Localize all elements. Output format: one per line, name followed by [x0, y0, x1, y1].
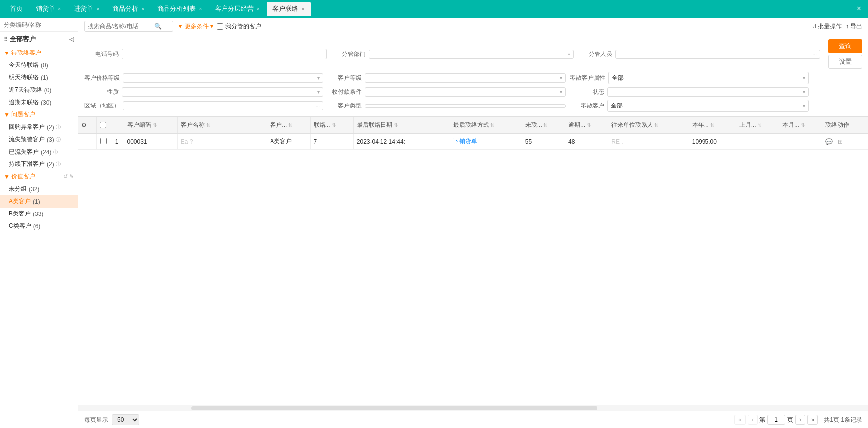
main-search-icon[interactable]: 🔍 [154, 23, 162, 30]
sidebar-group-value[interactable]: ▼ 价值客户 ↺ ✎ [0, 170, 78, 183]
nav-tab-customer-mgmt[interactable]: 客户分层经营 × [209, 2, 266, 16]
customer-tier-select[interactable]: ▾ [365, 73, 566, 83]
close-all-button[interactable]: × [854, 3, 864, 14]
sidebar-search-input[interactable] [4, 21, 78, 28]
my-customers-checkbox[interactable]: 我分管的客户 [217, 22, 261, 31]
last-page-btn[interactable]: » [807, 415, 818, 425]
col-this-month-header[interactable]: 本月... ⇅ [779, 117, 822, 134]
customer-mgmt-tab-close[interactable]: × [257, 6, 260, 12]
nav-tab-analysis[interactable]: 商品分析 × [107, 2, 150, 16]
col-last-date-header[interactable]: 最后联络日期 ⇅ [353, 117, 450, 134]
manager-select[interactable]: ··· [615, 50, 820, 59]
first-page-btn[interactable]: « [734, 415, 746, 425]
per-page-select[interactable]: 50 100 200 [112, 414, 139, 425]
dept-select[interactable]: ▾ [369, 50, 574, 59]
sidebar-item-7days[interactable]: 近7天待联络 (0) [0, 84, 78, 96]
sidebar-item-overdue[interactable]: 逾期未联络 (30) [0, 96, 78, 108]
purchase-tab-close[interactable]: × [96, 6, 99, 12]
filter-field-customer-tier: 客户等级 ▾ [327, 73, 566, 83]
col-checkbox-header[interactable] [96, 117, 110, 134]
page-number-input[interactable] [767, 415, 785, 425]
more-conditions-btn[interactable]: ▼ 更多条件 ▾ [177, 22, 213, 31]
overdue-badge: (30) [41, 99, 51, 106]
problem-label: 问题客户 [11, 110, 35, 119]
retail-attr-select[interactable]: 全部 ▾ [608, 72, 809, 84]
col-code-header[interactable]: 客户编码 ⇅ [124, 117, 177, 134]
region-select[interactable]: ··· [123, 101, 323, 110]
col-last-method-header[interactable]: 最后联络方式 ⇅ [450, 117, 522, 134]
sidebar-group-problem[interactable]: ▼ 问题客户 [0, 108, 78, 121]
col-last-month-header[interactable]: 上月... ⇅ [736, 117, 779, 134]
export-icon: ↑ [846, 23, 849, 30]
sidebar-item-warning[interactable]: 流失预警客户 (3) ⓘ [0, 133, 78, 146]
col-prev-contact-header[interactable]: 往来单位联系人 ⇅ [608, 117, 689, 134]
col-no-contact-header[interactable]: 未联... ⇅ [522, 117, 565, 134]
sidebar-search-box: 🔍 [0, 18, 78, 32]
sidebar-item-a-class[interactable]: A类客户 (1) [0, 195, 78, 208]
sidebar-item-today[interactable]: 今天待联络 (0) [0, 59, 78, 71]
edit-icon[interactable]: ✎ [69, 173, 74, 180]
next-page-btn[interactable]: › [795, 415, 805, 425]
col-contact-header[interactable]: 联络... ⇅ [310, 117, 353, 134]
grid-action-icon[interactable]: ⊞ [838, 138, 843, 145]
horizontal-scrollbar[interactable] [191, 406, 597, 410]
info-icon-3: ⓘ [53, 149, 58, 156]
col-name-header[interactable]: 客户名称 ⇅ [177, 117, 267, 134]
analysis-tab-label: 商品分析 [112, 4, 138, 13]
sidebar-item-lost[interactable]: 已流失客户 (24) ⓘ [0, 146, 78, 158]
nav-tab-customer-contact[interactable]: 客户联络 × [267, 2, 310, 16]
nature-select[interactable]: ▾ [122, 87, 323, 97]
customer-contact-tab-close[interactable]: × [301, 6, 304, 12]
row-last-method[interactable]: 下销货单 [453, 138, 477, 145]
col-type-header[interactable]: 客户... ⇅ [267, 117, 310, 134]
filter-field-region: 区域（地区） ··· [84, 101, 323, 110]
col-name-label: 客户名称 [181, 121, 205, 129]
export-btn[interactable]: ↑ 导出 [846, 22, 862, 31]
col-settings[interactable]: ⚙ [78, 117, 96, 134]
row-last-month-cell [736, 134, 779, 150]
phone-input[interactable] [122, 49, 327, 59]
batch-op-check-icon: ☑ [811, 23, 816, 30]
refresh-icon[interactable]: ↺ [63, 173, 68, 180]
sales-tab-close[interactable]: × [58, 6, 61, 12]
settings-button[interactable]: 设置 [828, 55, 862, 69]
sort-overdue-icon: ⇅ [587, 122, 591, 128]
query-button[interactable]: 查询 [828, 39, 862, 53]
tomorrow-label: 明天待联络 [9, 73, 39, 82]
status-caret: ▾ [803, 89, 805, 95]
sidebar-group-pending[interactable]: ▼ 待联络客户 [0, 47, 78, 59]
sidebar-item-b-class[interactable]: B类客户 (33) [0, 208, 78, 220]
prev-page-btn[interactable]: ‹ [748, 415, 758, 425]
my-customers-check[interactable] [217, 23, 223, 30]
sidebar-item-tomorrow[interactable]: 明天待联络 (1) [0, 71, 78, 84]
all-customers-header[interactable]: ⠿ 全部客户 ◁ [0, 32, 78, 47]
sidebar-item-c-class[interactable]: C类客户 (6) [0, 220, 78, 232]
price-tier-select[interactable]: ▾ [123, 73, 323, 83]
sort-this-year-icon: ⇅ [710, 122, 714, 128]
sidebar-item-declining[interactable]: 持续下滑客户 (2) ⓘ [0, 158, 78, 170]
nav-tab-purchase[interactable]: 进货单 × [68, 2, 105, 16]
main-search-input[interactable] [88, 23, 152, 30]
sidebar-item-abnormal[interactable]: 回购异常客户 (2) ⓘ [0, 121, 78, 133]
col-type-label: 客户... [270, 121, 287, 129]
retail-select[interactable]: 全部 ▾ [607, 100, 809, 112]
collapse-icon[interactable]: ◁ [69, 36, 74, 43]
nav-tab-sales[interactable]: 销货单 × [30, 2, 67, 16]
payment-select[interactable]: ▾ [365, 87, 566, 97]
analysis-tab-close[interactable]: × [141, 6, 144, 12]
status-select[interactable]: ▾ [607, 87, 809, 97]
sidebar-item-unclassified[interactable]: 未分组 (32) [0, 183, 78, 195]
nav-tab-analysis-list[interactable]: 商品分析列表 × [151, 2, 208, 16]
select-all-checkbox[interactable] [100, 122, 106, 128]
col-this-year-header[interactable]: 本年... ⇅ [689, 117, 736, 134]
chat-action-icon[interactable]: 💬 [825, 138, 833, 145]
row-checkbox[interactable] [100, 138, 107, 144]
col-overdue-header[interactable]: 逾期... ⇅ [565, 117, 608, 134]
customer-type-select[interactable] [365, 104, 566, 108]
nav-tab-home[interactable]: 首页 [4, 2, 29, 16]
analysis-list-tab-close[interactable]: × [199, 6, 202, 12]
batch-op-btn[interactable]: ☑ 批量操作 [811, 22, 842, 31]
sort-contact-icon: ⇅ [332, 122, 336, 128]
row-checkbox-cell[interactable] [96, 134, 110, 150]
main-search-box: 🔍 [84, 21, 173, 32]
